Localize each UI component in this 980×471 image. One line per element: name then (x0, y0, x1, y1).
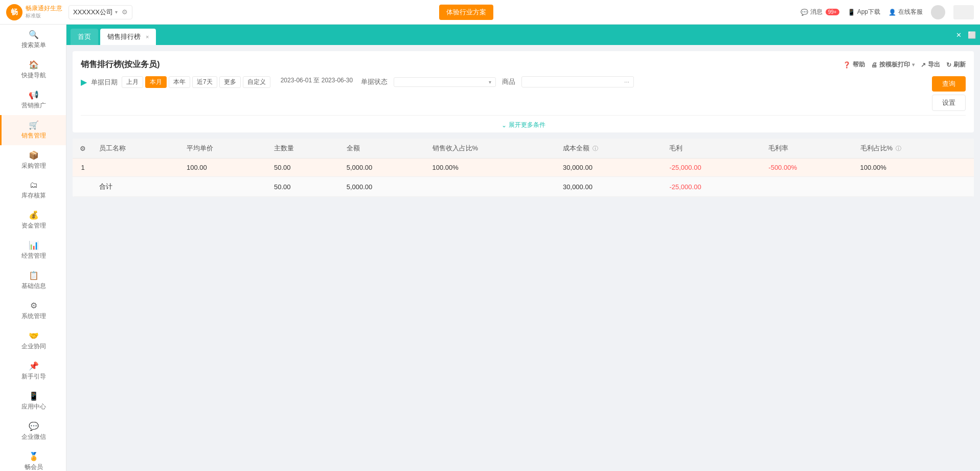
top-bar: 畅 畅康通好生意 标准版 XXXXXX公司 ▾ ⚙ 体验行业方案 💬 消息 99… (0, 0, 980, 25)
col-sales-pct: 销售收入占比% (426, 139, 557, 159)
sidebar-item-purchase[interactable]: 📦 采购管理 (0, 145, 66, 175)
col-gross-pct: 毛利占比% ⓘ (854, 139, 974, 159)
tab-close-icon[interactable]: × (146, 34, 149, 40)
sidebar: 🔍 搜索菜单 🏠 快捷导航 📢 营销推广 🛒 销售管理 📦 采购管理 🗂 (0, 25, 66, 471)
sidebar-item-finance[interactable]: 💰 资金管理 (0, 205, 66, 235)
service-icon: 👤 (888, 9, 896, 16)
sidebar-item-label: 企业微信 (21, 433, 46, 441)
app-download-item[interactable]: 📱 App下载 (848, 8, 880, 16)
sidebar-item-label: 新手引导 (21, 372, 46, 381)
logo-icon: 畅 (6, 4, 22, 20)
maximize-icon[interactable]: ⬜ (968, 31, 976, 39)
sidebar-item-label: 基础信息 (21, 282, 46, 290)
sidebar-item-wechat[interactable]: 💬 企业微信 (0, 416, 66, 446)
period-this-month[interactable]: 本月 (145, 76, 167, 88)
period-7days[interactable]: 近7天 (192, 76, 217, 88)
setting-button[interactable]: 设置 (932, 95, 966, 111)
sidebar-item-label: 采购管理 (21, 162, 46, 170)
sidebar-item-label: 应用中心 (21, 402, 46, 411)
goods-filter-label: 商品 (502, 77, 515, 86)
expand-bar[interactable]: ⌄ 展开更多条件 (81, 115, 966, 132)
data-table-container: ⚙ 员工名称 平均单价 主数量 全额 销售收入占比% 成本全额 ⓘ (73, 139, 974, 197)
query-button[interactable]: 查询 (932, 76, 966, 92)
action-bar: ❓ 帮助 🖨 按模板打印 ▾ ↗ 导出 (843, 60, 966, 69)
sidebar-item-apps[interactable]: 📱 应用中心 (0, 386, 66, 416)
sidebar-item-sales[interactable]: 🛒 销售管理 (0, 115, 66, 145)
wechat-icon: 💬 (29, 421, 39, 431)
period-last-month[interactable]: 上月 (122, 76, 143, 88)
expand-btn[interactable]: ⌄ 展开更多条件 (81, 121, 966, 129)
footer-avg-cell (180, 177, 268, 197)
tab-home[interactable]: 首页 (71, 29, 98, 45)
refresh-action[interactable]: ↻ 刷新 (946, 60, 966, 69)
close-window-icon[interactable]: ✕ (956, 31, 962, 39)
table-header-row: ⚙ 员工名称 平均单价 主数量 全额 销售收入占比% 成本全额 ⓘ (73, 139, 974, 159)
sidebar-item-label: 畅会员 (25, 463, 43, 471)
footer-amount-cell: 5,000.00 (340, 177, 426, 197)
goods-more-icon[interactable]: ··· (624, 78, 629, 85)
page-title-row: 销售排行榜(按业务员) ❓ 帮助 🖨 按模板打印 ▾ (81, 59, 966, 70)
footer-sales-pct-cell (426, 177, 557, 197)
company-name: XXXXXX公司 (73, 8, 113, 17)
message-badge: 99+ (826, 9, 839, 15)
gross-pct-info-icon[interactable]: ⓘ (896, 145, 901, 151)
sidebar-item-label: 搜索菜单 (21, 41, 46, 50)
sidebar-item-corp[interactable]: 🤝 企业协同 (0, 326, 66, 356)
chevron-down-icon: ▾ (115, 9, 118, 15)
name-cell (93, 159, 180, 177)
sidebar-item-marketing[interactable]: 📢 营销推广 (0, 85, 66, 115)
operation-icon: 📊 (29, 240, 39, 250)
cost-info-icon[interactable]: ⓘ (592, 145, 598, 151)
settings-icon[interactable]: ⚙ (122, 8, 128, 16)
status-select[interactable]: ▾ (394, 77, 496, 87)
message-item[interactable]: 💬 消息 99+ (801, 8, 839, 16)
logo-area: 畅 畅康通好生意 标准版 (6, 4, 62, 20)
refresh-icon: ↻ (946, 61, 951, 69)
goods-input[interactable]: ··· (521, 76, 634, 87)
basic-icon: 📋 (29, 271, 39, 280)
expand-down-icon: ⌄ (502, 122, 507, 129)
export-action[interactable]: ↗ 导出 (921, 60, 940, 69)
company-selector[interactable]: XXXXXX公司 ▾ ⚙ (69, 5, 132, 19)
sidebar-item-inventory[interactable]: 🗂 库存核算 (0, 175, 66, 205)
service-item[interactable]: 👤 在线客服 (888, 8, 923, 16)
sidebar-item-system[interactable]: ⚙ 系统管理 (0, 296, 66, 326)
status-filter-label: 单据状态 (361, 77, 388, 86)
sidebar-item-guide[interactable]: 📌 新手引导 (0, 356, 66, 386)
col-settings[interactable]: ⚙ (73, 139, 93, 159)
sidebar-item-label: 销售管理 (21, 131, 46, 140)
avatar[interactable] (931, 5, 945, 19)
marketing-icon: 📢 (29, 90, 39, 100)
home-tab-label: 首页 (78, 32, 91, 41)
logo-text: 畅康通好生意 (26, 5, 62, 13)
export-label: 导出 (928, 60, 940, 69)
refresh-label: 刷新 (953, 60, 966, 69)
filter-toggle-icon[interactable]: ▶ (81, 77, 87, 87)
help-action[interactable]: ❓ 帮助 (843, 60, 865, 69)
sidebar-item-basic[interactable]: 📋 基础信息 (0, 265, 66, 296)
period-custom[interactable]: 自定义 (243, 76, 270, 88)
avatar-placeholder (953, 5, 974, 19)
app-icon: 📱 (848, 9, 855, 16)
sidebar-item-member[interactable]: 🏅 畅会员 (0, 446, 66, 471)
print-action[interactable]: 🖨 按模板打印 ▾ (871, 60, 915, 69)
message-label: 消息 (810, 8, 823, 16)
sidebar-item-operation[interactable]: 📊 经营管理 (0, 235, 66, 265)
date-filter-label: 单据日期 (91, 78, 118, 87)
tab-bar-right: ✕ ⬜ (956, 31, 976, 39)
table-settings-icon[interactable]: ⚙ (80, 145, 86, 152)
sidebar-item-quick[interactable]: 🏠 快捷导航 (0, 55, 66, 85)
col-name: 员工名称 (93, 139, 180, 159)
period-more[interactable]: 更多 (219, 76, 241, 88)
sales-pct-cell: 100.00% (426, 159, 557, 177)
trial-button[interactable]: 体验行业方案 (439, 5, 493, 20)
sidebar-item-search[interactable]: 🔍 搜索菜单 (0, 25, 66, 55)
member-icon: 🏅 (29, 452, 39, 461)
data-table: ⚙ 员工名称 平均单价 主数量 全额 销售收入占比% 成本全额 ⓘ (73, 139, 974, 197)
tab-sales-ranking[interactable]: 销售排行榜 × (100, 29, 156, 45)
sidebar-item-label: 库存核算 (21, 191, 46, 200)
service-label: 在线客服 (898, 8, 923, 16)
period-this-year[interactable]: 本年 (169, 76, 190, 88)
search-icon: 🔍 (29, 30, 39, 39)
sales-icon: 🛒 (29, 120, 39, 130)
